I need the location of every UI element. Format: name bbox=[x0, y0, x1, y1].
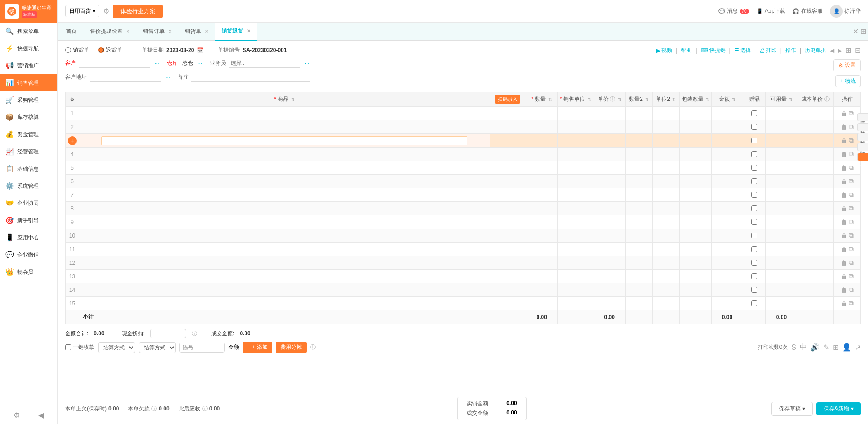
copy-9[interactable]: ⧉ bbox=[849, 218, 854, 226]
del-11[interactable]: 🗑 bbox=[841, 246, 847, 253]
settings-icon[interactable]: ⚙ bbox=[103, 7, 109, 15]
gift-checkbox-6[interactable] bbox=[751, 178, 757, 184]
radio-delivery[interactable]: 销货单 bbox=[65, 46, 89, 54]
amount-sort-icon[interactable]: ⇅ bbox=[732, 97, 736, 102]
del-6[interactable]: 🗑 bbox=[841, 178, 847, 185]
qty-sort-icon[interactable]: ⇅ bbox=[548, 97, 552, 102]
tab-delivery-close[interactable]: ✕ bbox=[205, 29, 208, 34]
tab-sales-return[interactable]: 销货退货 ✕ bbox=[215, 23, 257, 41]
toolbar-icon-7[interactable]: ↗ bbox=[855, 343, 861, 352]
stat3-help[interactable]: ⓘ bbox=[202, 405, 208, 413]
copy-7[interactable]: ⧉ bbox=[849, 191, 854, 199]
copy-10[interactable]: ⧉ bbox=[849, 232, 854, 239]
address-dots-btn[interactable]: ··· bbox=[165, 74, 170, 81]
del-13[interactable]: 🗑 bbox=[841, 273, 847, 280]
tabs-menu-icon[interactable]: ⊞ bbox=[860, 27, 866, 36]
gift-checkbox-14[interactable] bbox=[751, 287, 757, 293]
customer-input[interactable] bbox=[79, 58, 150, 68]
fee-split-btn[interactable]: 费用分摊 bbox=[276, 342, 307, 353]
tab-sales-order[interactable]: 销售订单 ✕ bbox=[137, 23, 179, 41]
qty2-sort-icon[interactable]: ⇅ bbox=[645, 97, 649, 102]
table-gear-icon[interactable]: ⚙ bbox=[70, 96, 75, 103]
delete-row-2-icon[interactable]: 🗑 bbox=[841, 124, 847, 131]
sidebar-item-inventory[interactable]: 📦 库存核算 bbox=[0, 109, 57, 126]
sidebar-item-purchase[interactable]: 🛒 采购管理 bbox=[0, 91, 57, 109]
sidebar-item-appcenter[interactable]: 📱 应用中心 bbox=[0, 229, 57, 246]
tab-price-close[interactable]: ✕ bbox=[126, 29, 130, 34]
user-profile[interactable]: 👤 徐泽华 bbox=[830, 5, 861, 18]
save-draft-btn[interactable]: 保存草稿 ▾ bbox=[771, 402, 813, 416]
sidebar-item-operations[interactable]: 📈 经营管理 bbox=[0, 143, 57, 160]
list-view-icon[interactable]: ⊞ bbox=[845, 46, 851, 55]
new-product-input-cell[interactable] bbox=[79, 134, 490, 148]
new-product-input[interactable] bbox=[101, 136, 467, 145]
gift-checkbox-8[interactable] bbox=[751, 205, 757, 211]
radio-delivery-input[interactable] bbox=[65, 47, 71, 53]
onepay-check[interactable]: 一键收款 bbox=[65, 343, 94, 351]
del-9[interactable]: 🗑 bbox=[841, 219, 847, 226]
del-4[interactable]: 🗑 bbox=[841, 151, 847, 158]
gift-checkbox-2[interactable] bbox=[751, 124, 757, 130]
product-sort-icon[interactable]: ⇅ bbox=[291, 97, 295, 102]
price-sort-icon[interactable]: ⇅ bbox=[618, 97, 622, 102]
add-row-btn[interactable]: + bbox=[68, 136, 77, 145]
close-all-tabs-icon[interactable]: ✕ bbox=[853, 27, 859, 36]
avail-sort-icon[interactable]: ⇅ bbox=[789, 97, 793, 102]
fee-help-icon[interactable]: ⓘ bbox=[310, 343, 316, 351]
staff-dots-btn[interactable]: ··· bbox=[305, 60, 310, 67]
toolbar-icon-5[interactable]: ⊞ bbox=[833, 343, 839, 352]
sidebar-item-baseinfo[interactable]: 📋 基础信息 bbox=[0, 160, 57, 177]
remark-input[interactable] bbox=[191, 72, 310, 82]
shortcuts-btn[interactable]: ⌨ 快捷键 bbox=[701, 47, 726, 54]
copy-6[interactable]: ⧉ bbox=[849, 177, 854, 185]
delete-row-1-icon[interactable]: 🗑 bbox=[841, 110, 847, 117]
sidebar-item-newbie[interactable]: 🎯 新手引导 bbox=[0, 212, 57, 229]
history-next-icon[interactable]: ▶ bbox=[838, 48, 842, 54]
price-help-icon[interactable]: ⓘ bbox=[610, 96, 615, 102]
tab-price-settings[interactable]: 售价提取设置 ✕ bbox=[84, 23, 137, 41]
copy-row-1-icon[interactable]: ⧉ bbox=[849, 110, 854, 117]
delete-row-3-icon[interactable]: 🗑 bbox=[841, 137, 847, 144]
tab-sales-delivery[interactable]: 销货单 ✕ bbox=[179, 23, 215, 41]
sidebar-item-system[interactable]: ⚙️ 系统管理 bbox=[0, 177, 57, 195]
help-btn[interactable]: 帮助 bbox=[681, 47, 692, 54]
radio-return-input[interactable] bbox=[98, 47, 104, 53]
sidebar-item-enterprise[interactable]: 🤝 企业协同 bbox=[0, 195, 57, 212]
onepay-checkbox[interactable] bbox=[65, 344, 71, 350]
del-12[interactable]: 🗑 bbox=[841, 259, 847, 267]
gift-checkbox-3[interactable] bbox=[751, 138, 757, 143]
gift-checkbox-5[interactable] bbox=[751, 165, 757, 171]
del-14[interactable]: 🗑 bbox=[841, 286, 847, 294]
logistics-btn[interactable]: + 物流 bbox=[835, 75, 861, 87]
del-5[interactable]: 🗑 bbox=[841, 164, 847, 172]
toolbar-icon-6[interactable]: 👤 bbox=[842, 343, 851, 352]
copy-13[interactable]: ⧉ bbox=[849, 272, 854, 280]
sidebar-item-finance[interactable]: 💰 资金管理 bbox=[0, 126, 57, 143]
radio-return[interactable]: 退货单 bbox=[98, 46, 122, 54]
address-input[interactable] bbox=[90, 72, 161, 82]
history-btn[interactable]: 历史单据 bbox=[805, 47, 826, 54]
copy-5[interactable]: ⧉ bbox=[849, 164, 854, 172]
toolbar-icon-1[interactable]: S bbox=[791, 343, 796, 352]
rsp-attachments[interactable]: 附件 bbox=[857, 133, 868, 141]
save-new-btn[interactable]: 保存&新增 ▾ bbox=[816, 402, 861, 415]
copy-15[interactable]: ⧉ bbox=[849, 300, 854, 307]
tab-return-close[interactable]: ✕ bbox=[247, 29, 250, 33]
copy-11[interactable]: ⧉ bbox=[849, 245, 854, 253]
copy-8[interactable]: ⧉ bbox=[849, 205, 854, 212]
gift-checkbox-11[interactable] bbox=[751, 246, 757, 252]
copy-4[interactable]: ⧉ bbox=[849, 150, 854, 158]
salesunit-sort-icon[interactable]: ⇅ bbox=[588, 97, 591, 102]
rsp-favorites[interactable]: 收藏 bbox=[857, 143, 868, 151]
copy-row-2-icon[interactable]: ⧉ bbox=[849, 123, 854, 131]
add-payment-btn[interactable]: + + 添加 bbox=[243, 342, 272, 353]
app-download-btn[interactable]: 📱 App下载 bbox=[756, 7, 785, 15]
product-cell[interactable] bbox=[79, 120, 490, 134]
copy-14[interactable]: ⧉ bbox=[849, 286, 854, 294]
warehouse-dots-btn[interactable]: ··· bbox=[198, 60, 203, 67]
discount-input[interactable] bbox=[150, 329, 186, 338]
del-7[interactable]: 🗑 bbox=[841, 191, 847, 199]
print-btn[interactable]: 🖨 打印 bbox=[760, 47, 777, 54]
rsp-messages[interactable]: 消息 bbox=[857, 153, 868, 161]
customer-dots-btn[interactable]: ··· bbox=[155, 60, 160, 67]
